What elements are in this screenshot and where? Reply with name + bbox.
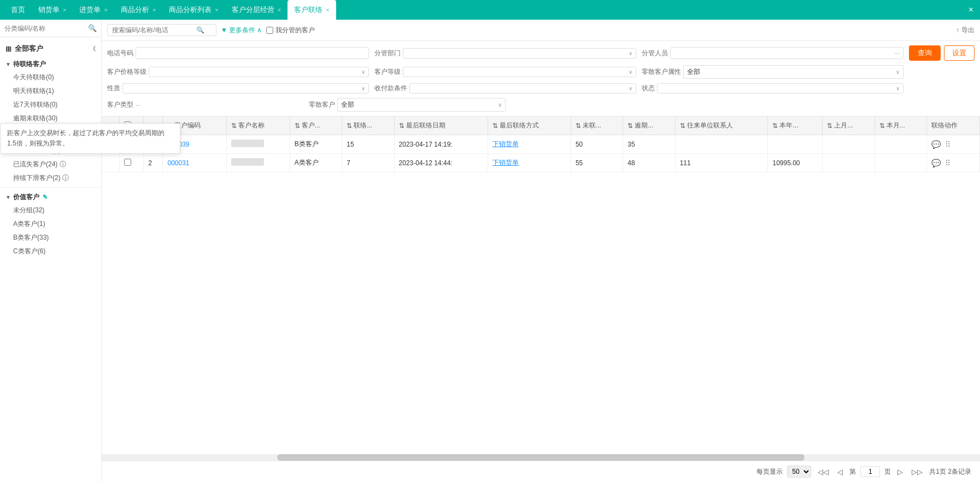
sidebar-item-tomorrow[interactable]: 明天待联络(1) — [0, 84, 101, 98]
edit-value-icon[interactable]: ✎ — [43, 194, 48, 201]
table-header-contact-count[interactable]: ⇅联络... — [342, 117, 394, 135]
contact-icon[interactable]: 💬 — [931, 140, 941, 149]
close-icon[interactable]: × — [326, 7, 329, 13]
table-row: 2 000031 A类客户 7 2023-04-12 14:44: 下销货单 5… — [102, 154, 980, 172]
table-header-last-date[interactable]: ⇅最后联络日期 — [394, 117, 488, 135]
pagination: 每页显示 50 ◁◁ ◁ 第 页 ▷ ▷▷ 共1页 2条记录 — [102, 461, 980, 482]
cell-code[interactable]: 000031 — [163, 154, 226, 172]
cell-empty — [102, 154, 119, 172]
more-options-icon[interactable]: ··· — [136, 101, 141, 109]
search-icon[interactable]: 🔍 — [88, 24, 97, 32]
page-number-input[interactable] — [860, 466, 880, 477]
close-icon[interactable]: × — [63, 7, 66, 13]
sidebar-search-input[interactable] — [4, 25, 88, 32]
nav-customer-contact[interactable]: 客户联络 × — [287, 0, 336, 20]
contact-icon[interactable]: 💬 — [931, 159, 941, 167]
cell-this-month — [875, 135, 926, 154]
sort-icon: ⇅ — [627, 122, 633, 130]
sidebar-item-class-b[interactable]: B类客户(33) — [0, 231, 101, 245]
nav-product-analysis-list[interactable]: 商品分析列表 × — [162, 0, 225, 20]
sidebar-item-churned[interactable]: 已流失客户(24) ⓘ — [0, 158, 101, 171]
next-page-button[interactable]: ▷ — [895, 467, 905, 477]
price-level-select[interactable]: ∨ — [149, 67, 369, 77]
sidebar-tree: ⊞ 全部客户 《 ▼ 待联络客户 今天待联络(0) 明天待联络(1) 近7天待联… — [0, 37, 101, 482]
filter-customer-type: 客户类型 ··· — [107, 100, 303, 109]
more-icon[interactable]: ··· — [894, 49, 900, 57]
scrollbar-thumb[interactable] — [277, 454, 804, 461]
sidebar-item-declining[interactable]: 持续下滑客户(2) ⓘ — [0, 171, 101, 185]
more-action-icon[interactable]: ⠿ — [945, 159, 950, 167]
cell-last-method[interactable]: 下销货单 — [488, 154, 571, 172]
sidebar-item-today[interactable]: 今天待联络(0) — [0, 71, 101, 84]
query-button[interactable]: 查询 — [909, 45, 941, 61]
sidebar-item-class-c[interactable]: C类客户(6) — [0, 245, 101, 258]
close-icon[interactable]: × — [104, 7, 107, 13]
sort-icon: ⇅ — [295, 122, 300, 130]
sidebar-section-value[interactable]: ▼ 价值客户 ✎ — [0, 190, 101, 204]
table-header-overdue[interactable]: ⇅逾期... — [623, 117, 675, 135]
status-select[interactable]: ∨ — [657, 83, 903, 94]
search-icon[interactable]: 🔍 — [196, 26, 204, 34]
nav-product-analysis[interactable]: 商品分析 × — [114, 0, 162, 20]
sidebar-item-7days[interactable]: 近7天待联络(0) — [0, 98, 101, 112]
sidebar-search-area: 🔍 — [0, 20, 101, 37]
more-action-icon[interactable]: ⠿ — [945, 140, 950, 149]
filter-status: 状态 ∨ — [642, 83, 903, 94]
table-header-last-month[interactable]: ⇅上月... — [823, 117, 875, 135]
chevron-down-icon: ∨ — [361, 69, 365, 75]
first-page-button[interactable]: ◁◁ — [815, 467, 831, 477]
close-icon[interactable]: × — [278, 7, 281, 13]
window-close-icon[interactable]: × — [969, 5, 973, 15]
horizontal-scrollbar[interactable] — [102, 454, 980, 461]
table-header-last-method[interactable]: ⇅最后联络方式 — [488, 117, 571, 135]
payment-select[interactable]: ∨ — [409, 83, 636, 94]
table-header-unread[interactable]: ⇅未联... — [571, 117, 623, 135]
prev-page-button[interactable]: ◁ — [835, 467, 845, 477]
table-header-this-year[interactable]: ⇅本年... — [768, 117, 823, 135]
sidebar-all-customers[interactable]: ⊞ 全部客户 《 — [0, 40, 101, 57]
chevron-up-icon: ∧ — [257, 26, 262, 34]
table-header-unit-contacts[interactable]: ⇅往来单位联系人 — [675, 117, 768, 135]
last-page-button[interactable]: ▷▷ — [909, 467, 925, 477]
more-filter-button[interactable]: ▼ 更多条件 ∧ — [221, 26, 262, 35]
filter-row-1: 电话号码 分管部门 ∨ 分管人员 ··· — [107, 45, 975, 61]
cell-type: A类客户 — [290, 154, 342, 172]
settings-button[interactable]: 设置 — [944, 45, 975, 61]
nav-sales-order[interactable]: 销货单 × — [32, 0, 73, 20]
table-header-actions: 联络动作 — [927, 117, 980, 135]
cell-last-month — [823, 154, 875, 172]
table-header-type[interactable]: ⇅客户... — [290, 117, 342, 135]
gender-select[interactable]: ∨ — [122, 83, 369, 94]
nav-home[interactable]: 首页 — [4, 0, 32, 20]
nav-customer-segment[interactable]: 客户分层经营 × — [225, 0, 287, 20]
customer-level-select[interactable]: ∨ — [403, 67, 636, 77]
phone-input[interactable] — [136, 47, 369, 59]
sidebar-item-class-a[interactable]: A类客户(1) — [0, 217, 101, 231]
table-header-this-month[interactable]: ⇅本月... — [875, 117, 926, 135]
table-header-name[interactable]: ⇅客户名称 — [226, 117, 290, 135]
retail-attr-select[interactable]: 全部 ∨ — [683, 65, 903, 79]
my-customer-check[interactable] — [266, 27, 273, 34]
sidebar-section-waiting[interactable]: ▼ 待联络客户 — [0, 57, 101, 71]
nav-purchase-order[interactable]: 进货单 × — [73, 0, 114, 20]
collapse-icon[interactable]: 《 — [90, 45, 96, 53]
content-area: 🔍 ▼ 更多条件 ∧ 我分管的客户 ↑ 导出 电话号码 — [102, 20, 980, 482]
manager-select[interactable]: ··· — [670, 47, 903, 59]
dept-select[interactable]: ∨ — [403, 48, 636, 59]
export-button[interactable]: ↑ 导出 — [956, 26, 975, 35]
search-input[interactable] — [112, 26, 194, 34]
filter-row-4: 客户类型 ··· 零散客户 全部 ∨ — [107, 98, 975, 112]
sidebar: 🔍 ⊞ 全部客户 《 ▼ 待联络客户 今天待联络(0) 明天待联络(1) 近7天… — [0, 20, 102, 482]
close-icon[interactable]: × — [152, 7, 156, 13]
close-icon[interactable]: × — [215, 7, 218, 13]
my-customer-checkbox[interactable]: 我分管的客户 — [266, 26, 315, 35]
sort-icon: ⇅ — [347, 122, 352, 130]
cell-this-year: 10995.00 — [768, 154, 823, 172]
toolbar: 🔍 ▼ 更多条件 ∧ 我分管的客户 ↑ 导出 — [102, 20, 980, 41]
filter-area: 电话号码 分管部门 ∨ 分管人员 ··· — [102, 41, 980, 117]
row-checkbox[interactable] — [124, 159, 131, 166]
retail-customer-select[interactable]: 全部 ∨ — [337, 98, 505, 112]
cell-last-method[interactable]: 下销货单 — [488, 135, 571, 154]
sidebar-item-ungrouped[interactable]: 未分组(32) — [0, 204, 101, 217]
per-page-select[interactable]: 50 — [787, 466, 811, 478]
